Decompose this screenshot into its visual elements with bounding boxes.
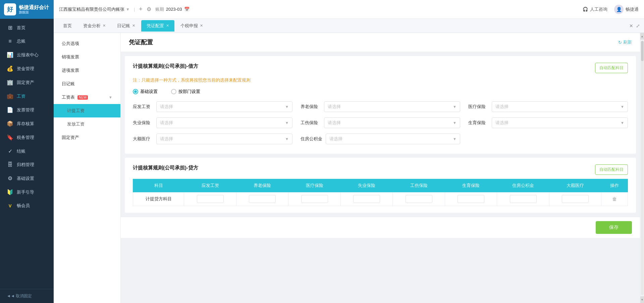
period-value: 2023-03 bbox=[166, 7, 182, 12]
select-maternity[interactable]: 请选择 ▼ bbox=[492, 117, 628, 128]
chevron-unemployment: ▼ bbox=[285, 121, 289, 125]
cell-medical-input[interactable] bbox=[288, 192, 341, 206]
sidebar-item-tax[interactable]: 🔖 税务管理 bbox=[0, 131, 54, 144]
company-selector[interactable]: 江西服宝精品有限责任公司内账张 ▼ bbox=[59, 6, 130, 12]
main-content: 江西服宝精品有限责任公司内账张 ▼ | + ⚙ 账期 2023-03 📅 🎧 人… bbox=[54, 0, 644, 303]
menu-item-salary-table[interactable]: 工资表 NEW ▼ bbox=[54, 91, 120, 104]
cell-housing-input[interactable] bbox=[497, 192, 549, 206]
input-pension[interactable] bbox=[249, 195, 276, 203]
chevron-medical: ▼ bbox=[621, 105, 624, 109]
tab-journal-close[interactable]: ✕ bbox=[132, 23, 135, 28]
input-big-medical[interactable] bbox=[562, 195, 589, 203]
cell-pension-input[interactable] bbox=[236, 192, 288, 206]
tab-tax-close[interactable]: ✕ bbox=[200, 23, 203, 28]
input-maternity[interactable] bbox=[458, 195, 484, 203]
auto-match-debit-button[interactable]: 自动匹配科目 bbox=[595, 63, 628, 73]
app-edition: 旗舰版 bbox=[19, 10, 49, 14]
menu-item-fixed-assets[interactable]: 固定资产 bbox=[54, 131, 120, 144]
tab-voucher-label: 凭证配置 bbox=[147, 23, 164, 29]
input-medical[interactable] bbox=[301, 195, 328, 203]
tab-journal[interactable]: 日记账 ✕ bbox=[112, 20, 141, 32]
debit-section: 计提核算规则(公司承担)-借方 自动匹配科目 注：只能选择一种方式，系统将按照您… bbox=[125, 56, 636, 154]
sidebar-item-member[interactable]: V 畅会员 bbox=[0, 199, 54, 212]
close-window-icon[interactable]: ✕ bbox=[629, 23, 633, 29]
select-big-medical[interactable]: 请选择 ▼ bbox=[156, 134, 292, 144]
scroll-thumb[interactable] bbox=[641, 41, 644, 61]
sidebar-item-home[interactable]: ⊞ 首页 bbox=[0, 21, 54, 35]
sidebar-item-ledger[interactable]: ≡ 总账 bbox=[0, 35, 54, 48]
sidebar-item-finance[interactable]: 💰 资金管理 bbox=[0, 62, 54, 75]
sidebar-item-guide[interactable]: 🔰 新手引导 bbox=[0, 185, 54, 199]
sidebar-item-settings[interactable]: ⚙ 基础设置 bbox=[0, 171, 54, 185]
select-pension-placeholder: 请选择 bbox=[328, 104, 341, 110]
menu-item-sales[interactable]: 销项发票 bbox=[54, 50, 120, 64]
cell-maternity-input[interactable] bbox=[445, 192, 497, 206]
select-housing[interactable]: 请选择 ▼ bbox=[326, 134, 460, 144]
field-medical: 医疗保险 请选择 ▼ bbox=[468, 101, 628, 112]
radio-basic[interactable]: 基础设置 bbox=[133, 89, 158, 95]
select-unemployment[interactable]: 请选择 ▼ bbox=[156, 117, 292, 128]
chevron-big-medical: ▼ bbox=[285, 137, 289, 141]
save-button[interactable]: 保存 bbox=[596, 221, 632, 234]
menu-item-public[interactable]: 公共选项 bbox=[54, 37, 120, 50]
tab-finance[interactable]: 资金分析 ✕ bbox=[78, 20, 111, 32]
col-action: 操作 bbox=[601, 179, 628, 192]
username: 畅捷通 bbox=[626, 6, 639, 12]
radio-basic-circle bbox=[133, 89, 138, 94]
input-housing[interactable] bbox=[510, 195, 537, 203]
select-work-injury-placeholder: 请选择 bbox=[328, 120, 341, 126]
settings-gear-button[interactable]: ⚙ bbox=[147, 6, 151, 12]
auto-match-credit-button[interactable]: 自动匹配科目 bbox=[595, 164, 628, 175]
tab-tax[interactable]: 个税申报 ✕ bbox=[175, 20, 208, 32]
sidebar-item-cloud[interactable]: 📊 云报表中心 bbox=[0, 48, 54, 62]
sidebar-item-closing[interactable]: ✓ 结账 bbox=[0, 144, 54, 158]
input-work-injury[interactable] bbox=[406, 195, 432, 203]
page-title: 凭证配置 bbox=[129, 38, 153, 46]
scroll-down-button[interactable]: ▼ bbox=[640, 296, 644, 303]
label-big-medical: 大额医疗 bbox=[133, 136, 153, 142]
add-account-button[interactable]: + bbox=[139, 6, 143, 13]
cell-salary-input[interactable] bbox=[184, 192, 236, 206]
sidebar-item-invoice[interactable]: 📄 发票管理 bbox=[0, 103, 54, 117]
sidebar-nav: ⊞ 首页 ≡ 总账 📊 云报表中心 💰 资金管理 🏢 固定资产 💼 工资 📄 发… bbox=[0, 19, 54, 289]
select-housing-placeholder: 请选择 bbox=[329, 136, 342, 142]
sidebar-item-archive[interactable]: 🗄 归档管理 bbox=[0, 158, 54, 171]
select-pension[interactable]: 请选择 ▼ bbox=[324, 101, 460, 112]
delete-row-button[interactable]: 🗑 bbox=[612, 196, 617, 202]
menu-item-journal[interactable]: 日记账 bbox=[54, 77, 120, 91]
select-big-medical-placeholder: 请选择 bbox=[160, 136, 173, 142]
chevron-maternity: ▼ bbox=[621, 121, 624, 125]
scrollbar: ▲ ▼ bbox=[640, 33, 644, 303]
sidebar-item-inventory[interactable]: 📦 库存核算 bbox=[0, 117, 54, 131]
period-label: 账期 bbox=[155, 6, 164, 12]
sidebar-item-salary[interactable]: 💼 工资 bbox=[0, 89, 54, 103]
tab-finance-close[interactable]: ✕ bbox=[103, 23, 106, 28]
cell-work-injury-input[interactable] bbox=[393, 192, 445, 206]
tab-tax-label: 个税申报 bbox=[180, 23, 198, 29]
cell-unemployment-input[interactable] bbox=[340, 192, 393, 206]
input-salary[interactable] bbox=[197, 195, 224, 203]
scroll-up-button[interactable]: ▲ bbox=[640, 33, 644, 40]
service-button[interactable]: 🎧 人工咨询 bbox=[583, 6, 607, 12]
menu-item-issue[interactable]: 发放工资 bbox=[54, 117, 120, 131]
select-salary[interactable]: 请选择 ▼ bbox=[156, 101, 292, 112]
menu-item-jiti[interactable]: 计提工资 bbox=[54, 104, 120, 117]
cell-big-medical-input[interactable] bbox=[549, 192, 601, 206]
user-profile[interactable]: 👤 畅捷通 bbox=[614, 5, 639, 14]
menu-item-purchase[interactable]: 进项发票 bbox=[54, 64, 120, 77]
tab-voucher[interactable]: 凭证配置 ✕ bbox=[141, 20, 174, 32]
sidebar-item-assets[interactable]: 🏢 固定资产 bbox=[0, 75, 54, 89]
col-medical: 医疗保险 bbox=[288, 179, 341, 192]
select-work-injury[interactable]: 请选择 ▼ bbox=[324, 117, 460, 128]
select-medical[interactable]: 请选择 ▼ bbox=[492, 101, 628, 112]
unpin-button[interactable]: ◄◄ 取消固定 bbox=[0, 289, 54, 303]
refresh-button[interactable]: ↻ 刷新 bbox=[618, 39, 632, 45]
menu-label-jiti: 计提工资 bbox=[67, 108, 85, 114]
input-unemployment[interactable] bbox=[353, 195, 380, 203]
invoice-icon: 📄 bbox=[7, 107, 13, 113]
tab-voucher-close[interactable]: ✕ bbox=[166, 23, 169, 28]
tab-home[interactable]: 首页 bbox=[58, 20, 77, 32]
period-selector[interactable]: 账期 2023-03 📅 bbox=[155, 6, 190, 12]
radio-dept[interactable]: 按部门设置 bbox=[171, 89, 200, 95]
maximize-icon[interactable]: ⤢ bbox=[636, 23, 640, 29]
